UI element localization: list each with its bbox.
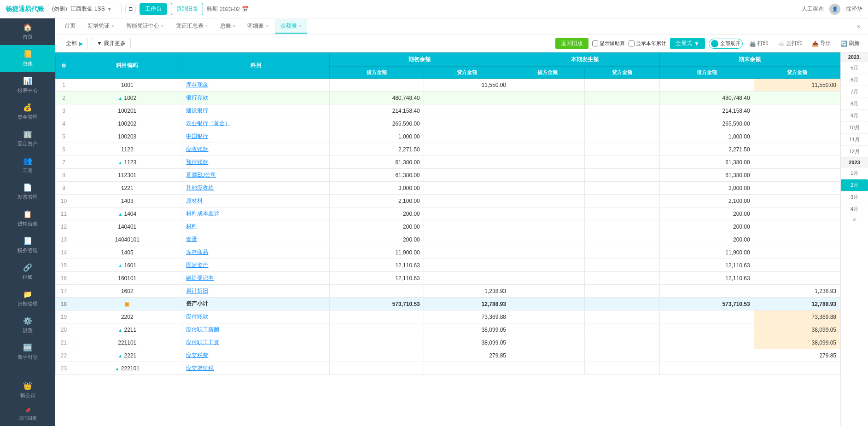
right-panel-12[interactable]: 12月 — [841, 146, 868, 158]
expand-all-toggle[interactable]: 全部展开 — [709, 39, 743, 49]
show-aux-checkbox[interactable] — [592, 40, 598, 46]
tab-new-voucher[interactable]: 新增凭证 × — [82, 19, 120, 34]
sidebar-item-sales[interactable]: 📋 进销台账 — [0, 205, 55, 232]
right-panel-1[interactable]: 1月 — [841, 167, 868, 179]
sidebar-item-home[interactable]: 🏠 首页 — [0, 18, 55, 45]
sidebar-item-tax[interactable]: 🧾 税务管理 — [0, 232, 55, 259]
right-panel-2[interactable]: 2月 — [841, 179, 868, 191]
sidebar-item-salary[interactable]: 👥 工资 — [0, 152, 55, 178]
right-panel-10[interactable]: 10月 — [841, 122, 868, 134]
right-panel-3[interactable]: 3月 — [841, 191, 868, 203]
tab-new-voucher-close[interactable]: × — [111, 23, 114, 29]
tab-close-all[interactable]: × — [853, 23, 864, 30]
sidebar-item-invoice[interactable]: 📄 发票管理 — [0, 178, 55, 205]
table-row: 61122应收账款2,271.502,271.50 — [56, 143, 840, 156]
row-name[interactable]: 应交增值税 — [182, 362, 329, 375]
sidebar-item-pin[interactable]: 📌 取消固定 — [0, 403, 55, 426]
table-row: 7▲ 1123预付账款61,380.0061,380.00 — [56, 156, 840, 169]
right-panel-9[interactable]: 9月 — [841, 110, 868, 122]
workbench-button[interactable]: 工作台 — [140, 3, 167, 15]
expand-more-button[interactable]: ▼ 展开更多 — [92, 38, 131, 49]
row-name[interactable]: 中国银行 — [182, 130, 329, 143]
cur-debit-cell — [510, 259, 585, 272]
row-name[interactable]: 累计折旧 — [182, 285, 329, 298]
format-button[interactable]: 全展式 ▼ — [670, 38, 705, 49]
copy-button[interactable]: ⊟ — [125, 5, 136, 13]
row-name[interactable]: 融提要记本 — [182, 272, 329, 285]
company-selector[interactable]: (勿删）江西股金-LSS ▼ — [48, 4, 122, 14]
row-name[interactable]: 应付职工工资 — [182, 336, 329, 349]
cur-credit-cell — [585, 182, 659, 195]
sidebar-item-checkout[interactable]: 🔗 结账 — [0, 259, 55, 285]
right-panel-11[interactable]: 11月 — [841, 134, 868, 146]
ps-debit-cell — [329, 362, 424, 375]
row-name[interactable]: 库存现金 — [182, 79, 329, 92]
row-name[interactable]: 应收账款 — [182, 143, 329, 156]
sidebar-item-guide[interactable]: 🆕 新手引导 — [0, 339, 55, 365]
chevron-down-icon: ▼ — [107, 6, 112, 12]
right-panel-7[interactable]: 7月 — [841, 86, 868, 98]
right-panel-5[interactable]: 5月 — [841, 62, 868, 74]
sidebar-item-member[interactable]: 👑 畅会员 — [0, 377, 55, 403]
col-settings-header[interactable]: ⚙ — [56, 53, 72, 79]
tab-general-ledger[interactable]: 总账 × — [215, 19, 241, 34]
tab-voucher-summary[interactable]: 凭证汇总表 × — [170, 19, 214, 34]
show-ytd-checkbox[interactable] — [629, 40, 635, 46]
row-name[interactable]: 应付职工薪酬 — [182, 323, 329, 336]
cur-credit-cell — [585, 156, 659, 169]
return-old-version-button[interactable]: 返回旧版 — [555, 38, 588, 49]
row-name[interactable]: 幕属EU公司 — [182, 169, 329, 182]
sidebar-label-ledger: 总账 — [23, 60, 33, 67]
sidebar-item-funds[interactable]: 💰 资金管理 — [0, 98, 55, 125]
show-aux-checkbox-label[interactable]: 显示辅助算 — [592, 40, 625, 47]
export-button[interactable]: 📤 导出 — [809, 39, 834, 48]
row-name[interactable]: 材料成本差异 — [182, 207, 329, 220]
row-name[interactable]: 建设银行 — [182, 104, 329, 117]
row-name[interactable]: 固定资产 — [182, 259, 329, 272]
row-name[interactable]: 资产小计 — [182, 298, 329, 311]
row-name[interactable]: 银行存款 — [182, 92, 329, 104]
row-name[interactable]: 壹蛋 — [182, 233, 329, 246]
tab-detail-ledger-close[interactable]: × — [266, 23, 268, 29]
tab-voucher-summary-close[interactable]: × — [205, 23, 208, 29]
refresh-button[interactable]: 🔄 刷新 — [838, 39, 862, 48]
tab-balance-sheet-close[interactable]: × — [299, 23, 302, 29]
period-label: 账期 — [207, 5, 218, 13]
row-name[interactable]: 预付账款 — [182, 156, 329, 169]
right-panel-8[interactable]: 8月 — [841, 98, 868, 110]
sidebar-item-ledger[interactable]: 📒 总账 — [0, 45, 55, 72]
calendar-icon[interactable]: 📅 — [242, 6, 249, 12]
right-panel-4[interactable]: 4月 — [841, 203, 868, 215]
archive-icon: 📁 — [23, 290, 32, 299]
cloud-print-button[interactable]: ☁️ 云打印 — [775, 39, 805, 48]
sidebar-item-archive[interactable]: 📁 归档管理 — [0, 285, 55, 312]
right-panel-expand[interactable]: ⊕ — [841, 215, 868, 224]
right-panel-6[interactable]: 6月 — [841, 74, 868, 86]
row-name[interactable]: 应交税费 — [182, 349, 329, 362]
row-number: 22 — [56, 349, 72, 362]
row-name[interactable]: 农业银行（黄金） — [182, 117, 329, 130]
row-name[interactable]: 其他应收款 — [182, 182, 329, 195]
sidebar-item-reports[interactable]: 📊 报表中心 — [0, 72, 55, 98]
row-name[interactable]: 原材料 — [182, 195, 329, 207]
print-button[interactable]: 🖨️ 打印 — [746, 39, 771, 48]
ps-credit-header: 贷方金额 — [424, 67, 510, 79]
ps-credit-cell: 38,099.05 — [424, 336, 510, 349]
row-name[interactable]: 应付账款 — [182, 311, 329, 323]
consult-button[interactable]: 人工咨询 — [802, 5, 824, 13]
row-code: ▲ 1002 — [72, 92, 182, 104]
show-ytd-checkbox-label[interactable]: 显示本年累计 — [629, 40, 666, 47]
sidebar-item-settings[interactable]: ⚙️ 设置 — [0, 312, 55, 339]
row-name[interactable]: 材料 — [182, 220, 329, 233]
tab-home[interactable]: 首页 — [59, 19, 81, 34]
tab-smart-voucher-close[interactable]: × — [161, 23, 164, 29]
sidebar-item-assets[interactable]: 🏢 固定资产 — [0, 125, 55, 152]
row-name[interactable]: 库存商品 — [182, 246, 329, 259]
all-filter-button[interactable]: 全部 ▶ — [61, 38, 88, 49]
tab-balance-sheet[interactable]: 余额表 × — [275, 19, 307, 34]
tab-general-ledger-close[interactable]: × — [233, 23, 236, 29]
tab-smart-voucher[interactable]: 智能凭证中心 × — [121, 19, 169, 34]
switch-version-button[interactable]: 切到旧版 — [171, 3, 203, 15]
table-row: 11001库存现金11,550.0011,550.00 — [56, 79, 840, 92]
tab-detail-ledger[interactable]: 明细账 × — [242, 19, 274, 34]
